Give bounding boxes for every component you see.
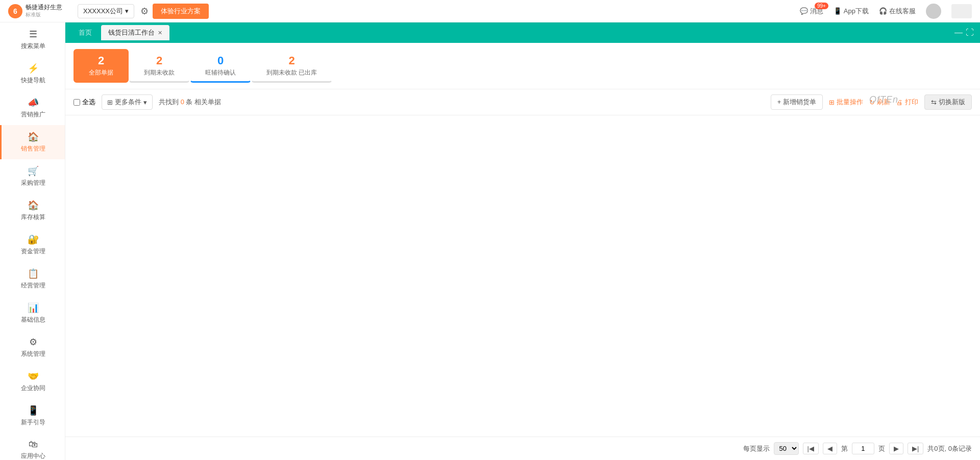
sidebar-item-marketing[interactable]: 📣 营销推广 bbox=[0, 91, 65, 125]
sidebar-label-inventory: 库存核算 bbox=[21, 213, 45, 222]
cooperation-icon: 🤝 bbox=[28, 371, 39, 382]
batch-label: 批量操作 bbox=[837, 98, 863, 107]
page-prev-button[interactable]: ◀ bbox=[823, 443, 837, 454]
summary-num-overdue: 2 bbox=[156, 54, 162, 67]
message-badge: 99+ bbox=[815, 3, 828, 9]
select-all-input[interactable] bbox=[74, 99, 80, 106]
sidebar-label-sales: 销售管理 bbox=[21, 144, 45, 153]
switch-button[interactable]: ⇆ 切换新版 bbox=[924, 94, 972, 110]
summary-label-overdue: 到期未收款 bbox=[144, 68, 175, 77]
sidebar-item-search-menu[interactable]: ☰ 搜索菜单 bbox=[0, 22, 65, 57]
quick-nav-icon: ⚡ bbox=[28, 63, 39, 74]
message-icon: 💬 bbox=[800, 7, 808, 15]
sidebar-label-basic-info: 基础信息 bbox=[21, 316, 45, 324]
sidebar-item-finance[interactable]: 🔐 资金管理 bbox=[0, 228, 65, 262]
page-input[interactable] bbox=[852, 443, 874, 454]
tab-home-label: 首页 bbox=[79, 28, 92, 37]
logo-edition: 标准版 bbox=[26, 11, 62, 18]
summary-card-shipped[interactable]: 2 到期未收款 已出库 bbox=[251, 49, 332, 83]
tab-minimize-btn[interactable]: — bbox=[954, 28, 963, 37]
sidebar: ☰ 搜索菜单 ⚡ 快捷导航 📣 营销推广 🏠 销售管理 🛒 采购管理 🏠 库存核… bbox=[0, 22, 65, 460]
company-name: XXXXXX公司 bbox=[83, 7, 123, 16]
sidebar-item-quick-nav[interactable]: ⚡ 快捷导航 bbox=[0, 57, 65, 91]
main-layout: ☰ 搜索菜单 ⚡ 快捷导航 📣 营销推广 🏠 销售管理 🛒 采购管理 🏠 库存核… bbox=[0, 22, 980, 460]
refresh-label: 刷新 bbox=[877, 98, 890, 107]
print-button[interactable]: 🖨 打印 bbox=[896, 98, 918, 107]
tab-close-icon[interactable]: ✕ bbox=[158, 30, 162, 36]
summary-card-all[interactable]: 2 全部单据 bbox=[74, 49, 129, 83]
experience-button[interactable]: 体验行业方案 bbox=[153, 4, 209, 19]
avatar[interactable] bbox=[926, 4, 941, 19]
tab-home[interactable]: 首页 bbox=[71, 25, 99, 40]
filter-label: 更多条件 bbox=[115, 98, 141, 107]
filter-chevron-icon: ▾ bbox=[143, 99, 147, 106]
page-first-button[interactable]: |◀ bbox=[803, 443, 819, 454]
sidebar-item-cooperation[interactable]: 🤝 企业协同 bbox=[0, 365, 65, 399]
logo-name: 畅捷通好生意 bbox=[26, 4, 62, 12]
page-next-button[interactable]: ▶ bbox=[889, 443, 903, 454]
toolbar-right: + 新增销货单 ⊞ 批量操作 ↻ 刷新 🖨 打印 ⇆ bbox=[771, 94, 972, 110]
sidebar-item-inventory[interactable]: 🏠 库存核算 bbox=[0, 193, 65, 228]
sidebar-item-system[interactable]: ⚙ 系统管理 bbox=[0, 330, 65, 365]
page-label-end: 页 bbox=[878, 444, 885, 453]
chevron-down-icon: ▾ bbox=[125, 7, 129, 15]
download-icon: 📱 bbox=[834, 7, 842, 15]
online-service-label: 在线客服 bbox=[889, 7, 916, 16]
switch-label: 切换新版 bbox=[939, 98, 965, 107]
refresh-icon: ↻ bbox=[869, 99, 875, 106]
marketing-icon: 📣 bbox=[28, 97, 39, 108]
toolbar: 全选 ⊞ 更多条件 ▾ 共找到 0 条 相关单据 + 新增销货单 ⊞ 批量操作 bbox=[65, 89, 980, 115]
purchase-icon: 🛒 bbox=[28, 165, 39, 177]
page-size-select[interactable]: 50 bbox=[774, 442, 799, 455]
tab-cash-work-label: 钱货日清工作台 bbox=[108, 28, 155, 37]
summary-num-shipped: 2 bbox=[289, 54, 295, 67]
add-sales-button[interactable]: + 新增销货单 bbox=[771, 94, 823, 110]
filter-button[interactable]: ⊞ 更多条件 ▾ bbox=[102, 94, 153, 110]
company-selector[interactable]: XXXXXX公司 ▾ bbox=[78, 4, 134, 18]
summary-bar: 2 全部单据 2 到期未收款 0 旺辅待确认 2 到期未收款 已出库 bbox=[65, 43, 980, 89]
sidebar-label-quick-nav: 快捷导航 bbox=[21, 76, 45, 85]
summary-num-wangwang: 0 bbox=[217, 54, 224, 67]
summary-card-wangwang[interactable]: 0 旺辅待确认 bbox=[190, 49, 251, 83]
footer-bar: 每页显示 50 |◀ ◀ 第 页 ▶ ▶| 共0页, 0条记录 bbox=[65, 437, 980, 460]
header-actions: ⚙ 体验行业方案 bbox=[140, 4, 209, 19]
sidebar-label-purchase: 采购管理 bbox=[21, 179, 45, 187]
tab-maximize-btn[interactable]: ⛶ bbox=[966, 28, 974, 37]
sidebar-item-app-center[interactable]: 🛍 应用中心 bbox=[0, 433, 65, 460]
system-icon: ⚙ bbox=[29, 336, 37, 348]
sidebar-item-guide[interactable]: 📱 新手引导 bbox=[0, 399, 65, 433]
tab-bar-actions: — ⛶ bbox=[954, 28, 974, 37]
app-center-icon: 🛍 bbox=[29, 439, 38, 450]
sidebar-label-system: 系统管理 bbox=[21, 350, 45, 358]
batch-button[interactable]: ⊞ 批量操作 bbox=[829, 98, 863, 107]
user-extra[interactable] bbox=[951, 4, 972, 18]
summary-label-all: 全部单据 bbox=[89, 68, 113, 77]
gear-icon[interactable]: ⚙ bbox=[140, 6, 149, 17]
tab-cash-work[interactable]: 钱货日清工作台 ✕ bbox=[101, 25, 169, 40]
sidebar-item-purchase[interactable]: 🛒 采购管理 bbox=[0, 159, 65, 193]
guide-icon: 📱 bbox=[28, 405, 39, 416]
summary-card-overdue[interactable]: 2 到期未收款 bbox=[129, 49, 190, 83]
message-item[interactable]: 💬 消息 99+ bbox=[800, 7, 823, 16]
summary-label-shipped: 到期未收款 已出库 bbox=[266, 68, 317, 77]
sidebar-item-basic-info[interactable]: 📊 基础信息 bbox=[0, 296, 65, 330]
sidebar-label-guide: 新手引导 bbox=[21, 418, 45, 427]
select-all-checkbox[interactable]: 全选 bbox=[74, 98, 95, 107]
print-icon: 🖨 bbox=[896, 99, 903, 106]
total-info: 共0页, 0条记录 bbox=[927, 444, 972, 453]
content-area: 首页 钱货日清工作台 ✕ — ⛶ 2 全部单据 2 到期未收款 bbox=[65, 22, 980, 460]
app-download-item[interactable]: 📱 App下载 bbox=[834, 7, 869, 16]
page-last-button[interactable]: ▶| bbox=[908, 443, 923, 454]
online-service-item[interactable]: 🎧 在线客服 bbox=[879, 7, 916, 16]
sidebar-label-finance: 资金管理 bbox=[21, 247, 45, 256]
service-icon: 🎧 bbox=[879, 7, 887, 15]
inventory-icon: 🏠 bbox=[28, 200, 39, 211]
found-text: 共找到 0 条 相关单据 bbox=[159, 98, 221, 107]
sidebar-item-operation[interactable]: 📋 经营管理 bbox=[0, 262, 65, 296]
basic-info-icon: 📊 bbox=[28, 302, 39, 313]
logo-icon: 6 bbox=[8, 4, 22, 18]
refresh-button[interactable]: ↻ 刷新 bbox=[869, 98, 890, 107]
sidebar-label-marketing: 营销推广 bbox=[21, 110, 45, 119]
summary-label-wangwang: 旺辅待确认 bbox=[205, 68, 236, 77]
sidebar-item-sales[interactable]: 🏠 销售管理 bbox=[0, 125, 65, 159]
